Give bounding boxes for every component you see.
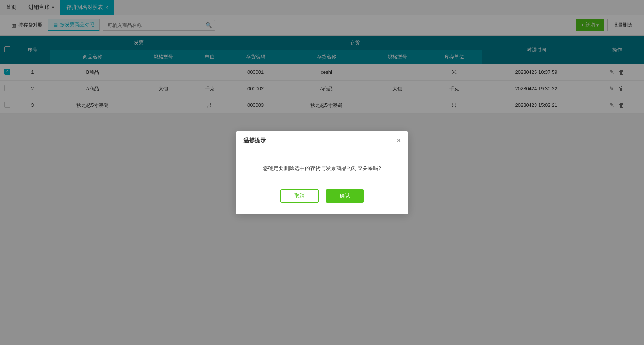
confirm-overlay: 温馨提示 × 您确定要删除选中的存货与发票商品的对应关系吗? 取消 确认	[0, 0, 644, 114]
